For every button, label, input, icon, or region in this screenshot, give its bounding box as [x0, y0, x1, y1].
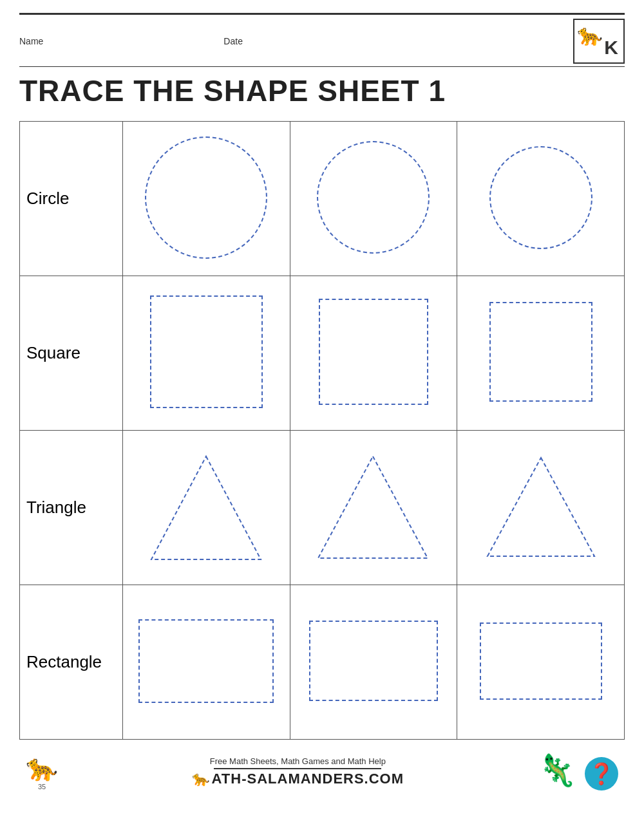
logo-animal-icon: 🐆	[577, 23, 603, 47]
triangle-svg-1	[142, 447, 270, 566]
logo-box: 🐆 K	[573, 19, 625, 64]
svg-marker-1	[318, 456, 428, 558]
table-row: Circle	[20, 122, 625, 276]
shape-label-rectangle: Rectangle	[20, 585, 123, 740]
shape-table: Circle Square Triangle	[19, 121, 625, 740]
svg-marker-0	[151, 456, 261, 559]
square-shape-3	[489, 302, 592, 402]
triangle-svg-3	[480, 450, 602, 563]
rect-shape-3	[480, 622, 602, 700]
table-row: Rectangle	[20, 585, 625, 740]
triangle-cell-3	[457, 431, 625, 585]
triangle-cell-1	[122, 431, 290, 585]
circle-cell-3	[457, 122, 625, 276]
footer-brand: ATH-SALAMANDERS.COM	[212, 771, 404, 787]
circle-cell-2	[290, 122, 457, 276]
footer-logo-left: 🐆 35	[26, 753, 58, 791]
square-shape-1	[150, 295, 263, 408]
circle-shape-1	[145, 136, 267, 259]
footer-puzzle-icon: ❓	[585, 757, 618, 791]
rect-cell-3	[457, 585, 625, 740]
page-title: TRACE THE SHAPE SHEET 1	[19, 73, 625, 108]
square-cell-3	[457, 276, 625, 431]
square-cell-1	[122, 276, 290, 431]
footer-animal-right: 🦎 ❓	[538, 753, 618, 791]
date-label: Date	[223, 36, 243, 46]
triangle-svg-2	[310, 449, 436, 565]
square-cell-2	[290, 276, 457, 431]
rect-shape-1	[138, 619, 274, 703]
circle-shape-2	[317, 141, 430, 254]
name-label: Name	[19, 36, 43, 46]
svg-marker-2	[488, 458, 594, 556]
footer-animal-left-icon: 🐆	[26, 753, 58, 783]
circle-cell-1	[122, 122, 290, 276]
footer-m-icon: 🐆	[192, 771, 209, 787]
footer-tagline: Free Math Sheets, Math Games and Math He…	[192, 756, 404, 766]
footer-logo-number: 35	[38, 783, 46, 791]
table-row: Square	[20, 276, 625, 431]
footer-center: Free Math Sheets, Math Games and Math He…	[192, 756, 404, 787]
header-labels: Name Date	[19, 36, 243, 46]
footer-divider	[214, 768, 381, 769]
table-row: Triangle	[20, 431, 625, 585]
footer: 🐆 35 Free Math Sheets, Math Games and Ma…	[19, 753, 625, 791]
top-bar: Name Date 🐆 K	[19, 13, 625, 67]
logo-k-letter: K	[604, 37, 618, 59]
circle-shape-3	[489, 146, 592, 249]
triangle-cell-2	[290, 431, 457, 585]
rect-shape-2	[309, 621, 438, 701]
rect-cell-1	[122, 585, 290, 740]
shape-label-square: Square	[20, 276, 123, 431]
shape-label-circle: Circle	[20, 122, 123, 276]
rect-cell-2	[290, 585, 457, 740]
square-shape-2	[319, 299, 428, 405]
footer-gecko-icon: 🦎	[538, 753, 576, 787]
shape-label-triangle: Triangle	[20, 431, 123, 585]
